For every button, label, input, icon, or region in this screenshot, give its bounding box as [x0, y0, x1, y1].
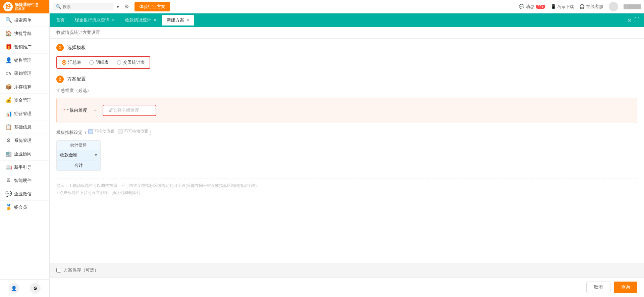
download-icon: 📱 — [551, 4, 556, 9]
radio-summary-circle — [62, 60, 66, 65]
save-label: 方案保存（可选） — [64, 267, 99, 273]
radio-detail-circle — [89, 60, 94, 65]
page-body: 1 选择模板 汇总表 明细表 交叉统计表 — [50, 39, 644, 263]
tabbar: 首页 现金银行流水查询 ✕ 收款情况统计 ✕ 新建方案 ✕ ✕ ⛶ — [50, 13, 644, 27]
indicators-section: 模板指标设定（ 可拖动位置 不可拖动位置 ） 统计指标 — [56, 129, 637, 172]
logo-text: 畅捷通好生意 标准版 — [15, 2, 39, 11]
monitor-icon: 🖥 — [5, 178, 11, 184]
step1-badge: 1 — [56, 44, 64, 51]
sidebar-item-system[interactable]: ⚙ 系统管理 — [0, 134, 49, 147]
footer: 取消 查询 — [50, 277, 644, 297]
user-icon: 👤 — [5, 57, 11, 63]
sidebar-item-marketing[interactable]: 🎁 营销推广 — [0, 40, 49, 54]
box-icon: 📦 — [5, 84, 11, 90]
dimension-select[interactable]: 请选择分组维度 — [103, 105, 156, 116]
tab-bank-flow-close-icon[interactable]: ✕ — [112, 18, 115, 22]
search-magnifier-icon: 🔍 — [56, 4, 61, 9]
dimension-row: * * 纵向维度 → 请选择分组维度 — [63, 105, 630, 116]
hint-section: 提示： 1.拖动标题栏可以调整布局，不可跨维度或指标区域拖动列目字段(只能在同一… — [56, 179, 637, 196]
save-checkbox[interactable] — [56, 268, 61, 273]
bag-icon: 🛍 — [5, 70, 11, 77]
username-label: ██████ — [624, 4, 641, 9]
chart-icon: 📊 — [5, 110, 11, 117]
sidebar-item-inventory[interactable]: 📦 库存核算 — [0, 80, 49, 94]
indicators-total-cell: 合计 — [57, 160, 100, 170]
sidebar-bottom-icon2[interactable]: ⚙ — [30, 283, 41, 294]
hint-item-1: 提示： 1.拖动标题栏可以调整布局，不可跨维度或指标区域拖动列目字段(只能在同一… — [56, 183, 637, 189]
message-button[interactable]: 💬 消息 99+ — [519, 4, 545, 10]
tab-collection-stats[interactable]: 收款情况统计 ✕ — [120, 15, 161, 26]
home-icon: 🏠 — [5, 30, 11, 37]
logo: 好 畅捷通好生意 标准版 — [0, 0, 49, 13]
chat-icon: 💬 — [5, 191, 11, 197]
radio-cross-circle — [117, 60, 121, 65]
search-box[interactable]: 🔍 — [53, 3, 113, 10]
vertical-dimension-label: * * 纵向维度 — [63, 107, 87, 113]
gear-icon: ⚙ — [5, 137, 11, 144]
sidebar-item-purchase[interactable]: 🛍 采购管理 — [0, 67, 49, 80]
step2-title: 方案配置 — [67, 76, 86, 82]
sidebar-bottom: 👤 ⚙ — [0, 279, 49, 297]
search-input[interactable] — [63, 4, 110, 9]
message-icon: 💬 — [519, 4, 524, 9]
save-section: 方案保存（可选） — [50, 263, 644, 277]
dimension-area: * * 纵向维度 → 请选择分组维度 — [56, 98, 637, 123]
step2-header: 2 方案配置 — [56, 76, 637, 83]
sidebar-item-operations[interactable]: 📊 经营管理 — [0, 107, 49, 120]
search-dropdown-icon[interactable]: ▾ — [117, 4, 119, 9]
sidebar-item-enterprise[interactable]: 🏢 企业协同 — [0, 147, 49, 161]
tab-new-plan-close-icon[interactable]: ✕ — [186, 18, 190, 22]
content-area: 收款情况统计方案设置 1 选择模板 汇总表 明细表 — [50, 27, 644, 297]
sidebar-item-sales[interactable]: 👤 销售管理 — [0, 54, 49, 67]
service-icon: 🎧 — [579, 4, 585, 9]
main-area: 🔍 ▾ ⚙ 体验行业方案 💬 消息 99+ 📱 App下载 🎧 在线客服 ███… — [50, 0, 644, 297]
sidebar-item-finance[interactable]: 💰 资金管理 — [0, 94, 49, 107]
sidebar-item-search-menu[interactable]: 🔍 搜索菜单 — [0, 13, 49, 27]
sidebar-item-hardware[interactable]: 🖥 智能硬件 — [0, 174, 49, 187]
sidebar: 好 畅捷通好生意 标准版 🔍 搜索菜单 🏠 快捷导航 🎁 营销推广 👤 销售管理… — [0, 0, 50, 297]
app-download-button[interactable]: 📱 App下载 — [551, 4, 574, 10]
tab-collection-stats-close-icon[interactable]: ✕ — [153, 18, 157, 22]
tab-bank-flow[interactable]: 现金银行流水查询 ✕ — [70, 15, 120, 26]
sidebar-item-member[interactable]: 🏅 畅会员 — [0, 201, 49, 214]
indicators-amount-cell[interactable]: 收款金额 ▾ — [57, 150, 100, 160]
tab-maximize-icon[interactable]: ⛶ — [634, 17, 640, 23]
industry-plan-button[interactable]: 体验行业方案 — [135, 2, 170, 11]
book-icon: 📖 — [5, 164, 11, 170]
sidebar-item-guide[interactable]: 📖 新手引导 — [0, 161, 49, 174]
indicators-table: 统计指标 收款金额 ▾ 合计 — [56, 140, 101, 171]
clipboard-icon: 📋 — [5, 124, 11, 130]
hint-item-2: 2.点击标题栏下拉可设置排序、插入列和删除列 — [56, 190, 637, 196]
page-breadcrumb: 收款情况统计方案设置 — [50, 27, 644, 39]
step1-header: 1 选择模板 — [56, 44, 637, 51]
step1-section: 1 选择模板 汇总表 明细表 交叉统计表 — [56, 44, 637, 69]
sidebar-bottom-icon1[interactable]: 👤 — [9, 283, 19, 294]
step2-badge: 2 — [56, 76, 64, 83]
cancel-button[interactable]: 取消 — [586, 282, 610, 293]
template-option-detail[interactable]: 明细表 — [89, 59, 109, 65]
medal-icon: 🏅 — [5, 204, 11, 210]
template-option-cross[interactable]: 交叉统计表 — [117, 59, 145, 65]
template-options: 汇总表 明细表 交叉统计表 — [56, 56, 150, 69]
gift-icon: 🎁 — [5, 44, 11, 50]
indicators-dropdown-icon[interactable]: ▾ — [95, 153, 97, 157]
logo-icon: 好 — [3, 2, 13, 11]
online-service-button[interactable]: 🎧 在线客服 — [579, 4, 603, 10]
topbar-right: 💬 消息 99+ 📱 App下载 🎧 在线客服 ██████ — [519, 2, 641, 11]
tab-close-all-icon[interactable]: ✕ — [627, 17, 632, 23]
topbar: 🔍 ▾ ⚙ 体验行业方案 💬 消息 99+ 📱 App下载 🎧 在线客服 ███… — [50, 0, 644, 13]
user-avatar[interactable] — [609, 2, 618, 11]
settings-gear-icon[interactable]: ⚙ — [124, 3, 129, 10]
sidebar-item-basic-info[interactable]: 📋 基础信息 — [0, 120, 49, 134]
step2-section: 2 方案配置 汇总维度（必选） * * 纵向维度 → 请选择分组维度 — [56, 76, 637, 196]
sidebar-item-wechat[interactable]: 💬 企业微信 — [0, 187, 49, 201]
indicators-group-header: 统计指标 — [57, 141, 100, 150]
tab-home[interactable]: 首页 — [51, 15, 69, 26]
sidebar-item-quick-nav[interactable]: 🏠 快捷导航 — [0, 27, 49, 40]
tab-new-plan[interactable]: 新建方案 ✕ — [162, 15, 194, 26]
template-option-summary[interactable]: 汇总表 — [62, 59, 81, 65]
indicators-header: 模板指标设定（ 可拖动位置 不可拖动位置 ） — [56, 129, 637, 136]
query-button[interactable]: 查询 — [614, 282, 637, 293]
building-icon: 🏢 — [5, 151, 11, 157]
arrow-icon: → — [93, 108, 97, 113]
